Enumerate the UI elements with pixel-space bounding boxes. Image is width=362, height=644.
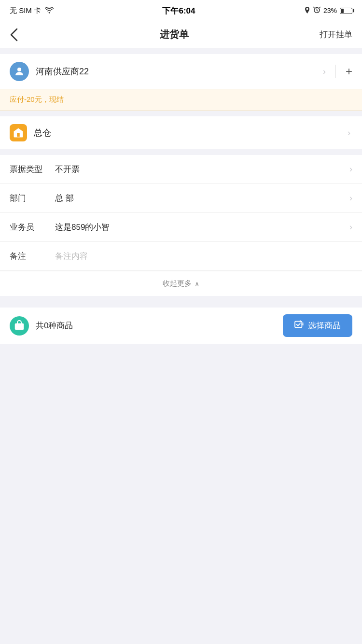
- salesperson-value: 这是859的小智: [48, 222, 349, 233]
- gap-1: [0, 48, 362, 54]
- warehouse-icon: [10, 124, 27, 141]
- invoice-type-label: 票据类型: [10, 164, 48, 175]
- status-time: 下午6:04: [162, 5, 195, 16]
- salesperson-label: 业务员: [10, 222, 48, 233]
- notice-text: 应付-20元，现结: [10, 95, 64, 103]
- supplier-avatar: [10, 62, 29, 81]
- salesperson-chevron-icon: ›: [349, 222, 352, 232]
- back-button[interactable]: [10, 28, 29, 42]
- select-product-button[interactable]: 选择商品: [283, 314, 352, 337]
- wifi-icon: [45, 7, 54, 15]
- department-label: 部门: [10, 193, 48, 204]
- open-pending-button[interactable]: 打开挂单: [320, 29, 352, 40]
- remark-label: 备注: [10, 251, 48, 262]
- supplier-name: 河南供应商22: [36, 66, 323, 77]
- product-count: 共0种商品: [36, 320, 283, 331]
- gap-4: [0, 296, 362, 302]
- supplier-row[interactable]: 河南供应商22 › +: [0, 54, 362, 89]
- warehouse-row[interactable]: 总仓 ›: [0, 116, 362, 149]
- battery-percent: 23%: [323, 7, 337, 14]
- bottom-section: 共0种商品 选择商品: [0, 308, 362, 344]
- salesperson-row[interactable]: 业务员 这是859的小智 ›: [0, 213, 362, 242]
- gap-3: [0, 149, 362, 155]
- remark-value: 备注内容: [48, 251, 352, 262]
- supplier-chevron-icon: ›: [323, 67, 326, 77]
- status-right: 23%: [304, 6, 352, 15]
- invoice-type-row[interactable]: 票据类型 不开票 ›: [0, 155, 362, 184]
- department-value: 总 部: [48, 193, 349, 204]
- invoice-type-value: 不开票: [48, 164, 349, 175]
- department-chevron-icon: ›: [349, 193, 352, 203]
- status-left: 无 SIM 卡: [10, 6, 54, 15]
- form-section: 票据类型 不开票 › 部门 总 部 › 业务员 这是859的小智 › 备注 备注…: [0, 155, 362, 296]
- collapse-row[interactable]: 收起更多 ∧: [0, 271, 362, 296]
- alarm-icon: [313, 6, 320, 15]
- warehouse-chevron-icon: ›: [348, 128, 350, 138]
- page-title: 进货单: [160, 28, 189, 41]
- warehouse-section: 总仓 ›: [0, 116, 362, 149]
- location-icon: [304, 7, 310, 15]
- battery-icon: [340, 8, 352, 14]
- notice-bar: 应付-20元，现结: [0, 89, 362, 111]
- gap-2: [0, 111, 362, 116]
- carrier-label: 无 SIM 卡: [10, 6, 41, 15]
- remark-row[interactable]: 备注 备注内容: [0, 242, 362, 271]
- supplier-section: 河南供应商22 › + 应付-20元，现结: [0, 54, 362, 111]
- add-supplier-button[interactable]: +: [346, 65, 352, 78]
- svg-point-1: [17, 68, 21, 71]
- collapse-icon: ∧: [195, 280, 199, 288]
- svg-rect-3: [295, 322, 302, 328]
- nav-bar: 进货单 打开挂单: [0, 21, 362, 48]
- select-product-label: 选择商品: [308, 320, 341, 331]
- product-icon: [10, 316, 29, 336]
- divider: [335, 65, 336, 78]
- invoice-type-chevron-icon: ›: [349, 164, 352, 174]
- svg-rect-2: [15, 323, 24, 330]
- collapse-label: 收起更多: [163, 279, 192, 288]
- select-product-icon: [294, 320, 304, 331]
- warehouse-name: 总仓: [34, 127, 348, 139]
- status-bar: 无 SIM 卡 下午6:04 23%: [0, 0, 362, 21]
- department-row[interactable]: 部门 总 部 ›: [0, 184, 362, 213]
